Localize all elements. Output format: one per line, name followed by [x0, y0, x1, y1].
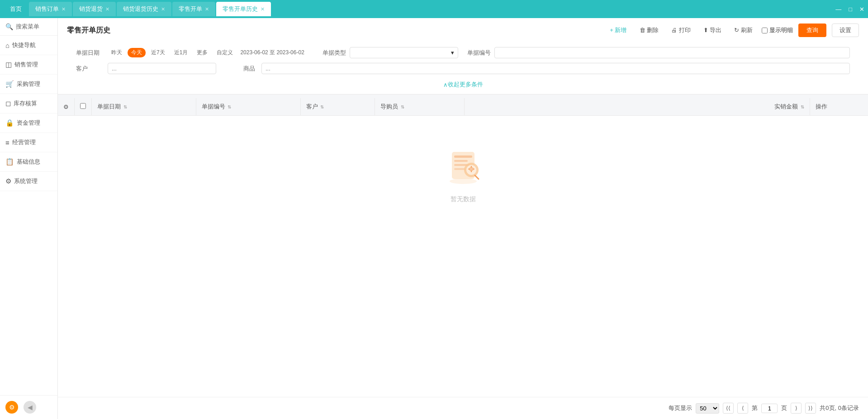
main-layout: 🔍 搜索菜单 ⌂ 快捷导航 ◫ 销售管理 🛒 采购管理 ◻ 库存核算 🔒 资金管…	[0, 18, 868, 419]
total-text: 共0页, 0条记录	[820, 404, 859, 412]
tab-sales-return[interactable]: 销货退货 ✕	[73, 2, 116, 16]
sidebar-search-label: 搜索菜单	[16, 23, 39, 31]
tab-sales-order-label: 销售订单	[35, 5, 59, 13]
customer-label: 客户	[76, 65, 108, 73]
export-button[interactable]: ⬆ 导出	[700, 24, 726, 36]
page-header: 零售开单历史 + 新增 🗑 删除 🖨 打印 ⬆ 导出 ↻ 刷新 显示明细 查询 …	[58, 18, 868, 94]
sidebar-search[interactable]: 🔍 搜索菜单	[0, 18, 57, 36]
maximize-btn[interactable]: □	[849, 6, 852, 13]
tab-retail-open-label: 零售开单	[179, 5, 202, 13]
refresh-button[interactable]: ↻ 刷新	[730, 24, 756, 36]
sidebar-item-quick-nav-label: 快捷导航	[12, 41, 36, 49]
base-info-icon: 📋	[5, 158, 14, 166]
sales-icon: ◫	[5, 61, 12, 69]
display-detail-checkbox[interactable]	[762, 28, 768, 33]
sidebar-settings-btn[interactable]: ⚙	[5, 401, 18, 414]
product-label: 商品	[243, 65, 261, 73]
last-page-btn[interactable]: ⟩⟩	[805, 403, 816, 414]
purchase-icon: 🛒	[5, 80, 14, 88]
sidebar-item-purchase-mgmt[interactable]: 🛒 采购管理	[0, 75, 57, 94]
tab-sales-return-history-close[interactable]: ✕	[161, 6, 165, 12]
svg-rect-3	[454, 160, 468, 162]
tab-sales-return-history-label: 销货退货历史	[123, 5, 158, 13]
doc-no-input[interactable]	[494, 47, 850, 58]
tab-home-label: 首页	[10, 5, 22, 13]
empty-icon	[441, 143, 486, 188]
display-detail-checkbox-label[interactable]: 显示明细	[762, 26, 793, 34]
sidebar-item-quick-nav[interactable]: ⌂ 快捷导航	[0, 36, 57, 55]
sidebar-collapse-icon: ◀	[28, 404, 33, 411]
sidebar-item-operations[interactable]: ≡ 经营管理	[0, 133, 57, 152]
guide-sort-icon: ⇅	[401, 104, 404, 109]
date-btn-more[interactable]: 更多	[193, 48, 211, 57]
customer-input[interactable]	[108, 63, 216, 74]
sidebar-item-base-info[interactable]: 📋 基础信息	[0, 152, 57, 172]
sidebar-item-inventory-label: 库存核算	[14, 99, 37, 108]
add-button[interactable]: + 新增	[606, 24, 630, 36]
th-doc-no[interactable]: 单据编号 ⇅	[196, 98, 300, 116]
sidebar-item-sys-mgmt[interactable]: ⚙ 系统管理	[0, 172, 57, 191]
sidebar-collapse-btn[interactable]: ◀	[24, 401, 36, 414]
tab-retail-open-history-close[interactable]: ✕	[261, 6, 265, 12]
sidebar-item-sales-mgmt[interactable]: ◫ 销售管理	[0, 55, 57, 75]
collapse-more-btn[interactable]: ∧ 收起更多条件	[76, 79, 850, 90]
print-button[interactable]: 🖨 打印	[668, 24, 694, 36]
sidebar-item-base-info-label: 基础信息	[17, 158, 40, 166]
tab-retail-open-history-label: 零售开单历史	[223, 5, 258, 13]
empty-text: 暂无数据	[451, 195, 476, 203]
finance-icon: 🔒	[5, 119, 14, 127]
product-input[interactable]	[261, 63, 850, 74]
th-checkbox[interactable]	[75, 98, 92, 116]
tab-retail-open[interactable]: 零售开单 ✕	[172, 2, 215, 16]
doc-type-arrow: ▾	[451, 49, 454, 56]
doc-type-select[interactable]: ▾	[350, 47, 458, 58]
tab-sales-return-history[interactable]: 销货退货历史 ✕	[117, 2, 171, 16]
table-area: ⚙ 单据日期 ⇅ 单据编号 ⇅	[58, 98, 868, 397]
tab-sales-order-close[interactable]: ✕	[62, 6, 66, 12]
date-btn-custom[interactable]: 自定义	[213, 48, 237, 57]
tab-home[interactable]: 首页	[4, 2, 28, 16]
query-button[interactable]: 查询	[798, 24, 826, 37]
filter-area: 单据日期 昨天 今天 近7天 近1月 更多 自定义 2023-06-02 至 2…	[67, 42, 859, 94]
date-btn-yesterday[interactable]: 昨天	[108, 48, 126, 57]
th-settings[interactable]: ⚙	[58, 98, 75, 116]
date-btn-today[interactable]: 今天	[128, 48, 146, 57]
date-btn-7days[interactable]: 近7天	[147, 48, 169, 57]
tab-sales-order[interactable]: 销售订单 ✕	[29, 2, 72, 16]
sidebar-item-finance[interactable]: 🔒 资金管理	[0, 113, 57, 133]
th-amount[interactable]: 实销金额 ⇅	[464, 98, 810, 116]
close-btn[interactable]: ✕	[859, 6, 864, 13]
search-icon: 🔍	[5, 23, 13, 30]
sidebar-item-purchase-mgmt-label: 采购管理	[17, 80, 40, 88]
prev-page-btn[interactable]: ⟨	[737, 403, 748, 414]
tab-retail-open-history[interactable]: 零售开单历史 ✕	[216, 2, 271, 16]
minimize-btn[interactable]: —	[835, 6, 841, 13]
th-action: 操作	[810, 98, 868, 116]
tab-sales-return-close[interactable]: ✕	[105, 6, 109, 12]
th-guide-label: 导购员	[380, 103, 398, 110]
page-suffix: 页	[781, 404, 787, 412]
content-area: 零售开单历史 + 新增 🗑 删除 🖨 打印 ⬆ 导出 ↻ 刷新 显示明细 查询 …	[58, 18, 868, 419]
sidebar-item-inventory[interactable]: ◻ 库存核算	[0, 94, 57, 113]
th-action-label: 操作	[816, 103, 827, 110]
next-page-btn[interactable]: ⟩	[791, 403, 802, 414]
settings-button[interactable]: 设置	[832, 24, 859, 37]
tab-retail-open-close[interactable]: ✕	[205, 6, 209, 12]
sidebar-item-finance-label: 资金管理	[17, 119, 40, 127]
date-range-display: 2023-06-02 至 2023-06-02	[240, 49, 304, 56]
per-page-select[interactable]: 50 10 20 100	[696, 403, 719, 414]
th-guide[interactable]: 导购员 ⇅	[375, 98, 465, 116]
date-btn-1month[interactable]: 近1月	[171, 48, 192, 57]
th-date[interactable]: 单据日期 ⇅	[92, 98, 196, 116]
customer-sort-icon: ⇅	[320, 104, 324, 109]
svg-rect-5	[454, 168, 465, 170]
th-date-label: 单据日期	[97, 103, 121, 110]
th-customer[interactable]: 客户 ⇅	[300, 98, 375, 116]
select-all-checkbox[interactable]	[80, 103, 86, 109]
delete-button[interactable]: 🗑 删除	[636, 24, 663, 36]
page-number-input[interactable]	[761, 404, 778, 413]
th-doc-no-label: 单据编号	[202, 103, 225, 110]
first-page-btn[interactable]: ⟨⟨	[723, 403, 734, 414]
svg-line-8	[475, 175, 479, 179]
svg-point-0	[450, 179, 477, 184]
